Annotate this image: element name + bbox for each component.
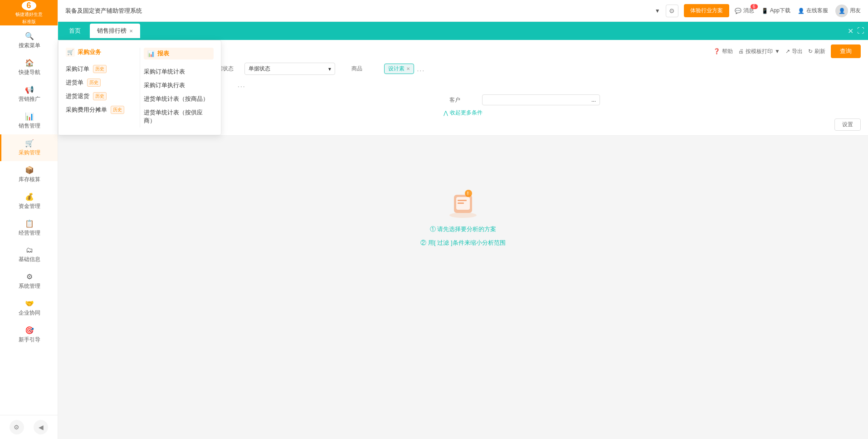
dropdown-item-inbound[interactable]: 进货单 历史 (66, 76, 136, 89)
sidebar-settings-button[interactable]: ⚙ (10, 420, 24, 434)
sidebar-item-search[interactable]: 🔍搜索菜单 (0, 27, 58, 54)
sidebar-item-sales[interactable]: 📊销售管理 (0, 108, 58, 134)
print-dropdown-icon[interactable]: ▼ (775, 48, 780, 54)
dropdown-item-inbound-return[interactable]: 进货退货 历史 (66, 89, 136, 103)
operations-icon: 📋 (25, 219, 34, 228)
user-menu[interactable]: 👤 用友 (835, 5, 861, 17)
sidebar-bottom: ⚙ ◀ (0, 415, 58, 439)
hist-tag-inbound-return: 历史 (93, 92, 107, 100)
hist-tag-purchase-order: 历史 (93, 65, 107, 73)
svg-text:!: ! (467, 191, 468, 196)
purchase-dropdown-menu: 🛒 采购业务 采购订单 历史 进货单 历史 进货退货 历史 采购费用分摊单 历史… (58, 40, 221, 135)
dropdown-item-expense-split[interactable]: 采购费用分摊单 历史 (66, 103, 136, 117)
purchase-col-title: 🛒 采购业务 (66, 48, 136, 57)
collapse-icon: ⋀ (444, 110, 448, 116)
message-badge: 6 (751, 4, 758, 9)
customer-dots[interactable]: ... (591, 97, 596, 103)
query-button[interactable]: 查询 (831, 44, 861, 58)
svg-point-0 (449, 212, 477, 218)
tab-close-page-icon[interactable]: ✕ (848, 27, 853, 35)
help-button[interactable]: ❓ 帮助 (713, 48, 733, 55)
sidebar-item-newbie[interactable]: 🎯新手引导 (0, 321, 58, 348)
logo-text: 畅捷通好生意 (15, 11, 43, 18)
marketing-icon: 📢 (25, 85, 34, 94)
top-header: 装备及固定资产辅助管理系统 ▼ ⚙ 体验行业方案 💬 消息 6 📱 App下载 … (58, 0, 868, 22)
sidebar-item-basic-info[interactable]: 🗂基础信息 (0, 242, 58, 268)
report-col-title: 📊 报表 (144, 48, 214, 59)
empty-line2: ② 用[ 过滤 ]条件来缩小分析范围 (420, 239, 505, 247)
logo-subtext: 标准版 (22, 19, 36, 25)
finance-icon: 💰 (25, 192, 34, 201)
empty-line1: ① 请先选择要分析的方案 (430, 225, 497, 233)
logo-icon: 6 (22, 1, 36, 10)
system-title-dropdown[interactable]: ▼ (655, 8, 660, 14)
customer-filter-area: ... (482, 94, 600, 105)
svg-rect-4 (458, 202, 464, 204)
svg-rect-3 (458, 200, 467, 201)
empty-state: ! ① 请先选择要分析的方案 ② 用[ 过滤 ]条件来缩小分析范围 (58, 136, 868, 295)
sales-icon: 📊 (25, 112, 34, 121)
salesperson-dots[interactable]: ... (238, 81, 246, 89)
tab-bar-right: ✕ ⛶ (848, 27, 864, 35)
customer-select[interactable]: ... (482, 94, 600, 105)
header-settings-button[interactable]: ⚙ (666, 5, 678, 17)
purchase-col: 🛒 采购业务 采购订单 历史 进货单 历史 进货退货 历史 采购费用分摊单 历史 (66, 48, 136, 128)
sidebar-item-enterprise[interactable]: 🤝企业协同 (0, 295, 58, 321)
empty-illustration: ! (445, 183, 481, 220)
messages-button[interactable]: 💬 消息 6 (735, 7, 754, 15)
purchase-icon: 🛒 (25, 139, 34, 148)
refresh-icon: ↻ (808, 48, 813, 54)
collapse-button[interactable]: ⋀ 收起更多条件 (444, 109, 483, 117)
doc-status-select[interactable]: 单据状态 ▾ (244, 63, 335, 75)
salesperson-filter-area: ... (238, 81, 246, 89)
tab-sales-rank[interactable]: 销售排行榜 ✕ (90, 24, 140, 38)
sidebar-item-quick-nav[interactable]: 🏠快捷导航 (0, 54, 58, 81)
phone-icon: 📱 (761, 8, 768, 14)
search-icon: 🔍 (25, 32, 34, 40)
print-button[interactable]: 🖨 按模板打印 ▼ (738, 48, 780, 55)
sidebar-item-system[interactable]: ⚙系统管理 (0, 268, 58, 295)
quick-nav-icon: 🏠 (25, 59, 34, 67)
print-icon: 🖨 (738, 48, 744, 54)
export-icon: ↗ (785, 48, 790, 54)
sidebar-item-inventory[interactable]: 📦库存核算 (0, 161, 58, 188)
menu-divider (140, 48, 140, 128)
sidebar-item-marketing[interactable]: 📢营销推广 (0, 81, 58, 108)
dropdown-item-purchase-order[interactable]: 采购订单 历史 (66, 62, 136, 76)
industry-button[interactable]: 体验行业方案 (684, 4, 729, 17)
online-service-button[interactable]: 👤 在线客服 (798, 7, 828, 15)
message-icon: 💬 (735, 8, 741, 14)
tab-maximize-icon[interactable]: ⛶ (857, 27, 864, 35)
sidebar: 6 畅捷通好生意 标准版 🔍搜索菜单🏠快捷导航📢营销推广📊销售管理🛒采购管理📦库… (0, 0, 58, 439)
sidebar-collapse-button[interactable]: ◀ (34, 420, 48, 434)
dropdown-item-po-exec[interactable]: 采购订单执行表 (144, 79, 214, 92)
service-icon: 👤 (798, 8, 805, 14)
settings-button[interactable]: 设置 (834, 118, 861, 131)
dropdown-item-inbound-by-supplier[interactable]: 进货单统计表（按供应商） (144, 106, 214, 128)
sidebar-item-purchase[interactable]: 🛒采购管理 (0, 134, 58, 161)
goods-dots[interactable]: ... (417, 65, 425, 73)
newbie-icon: 🎯 (25, 326, 34, 335)
goods-filter-area: 设计素 ✕ ... (384, 64, 425, 74)
export-button[interactable]: ↗ 导出 (785, 48, 803, 55)
sidebar-nav: 🔍搜索菜单🏠快捷导航📢营销推广📊销售管理🛒采购管理📦库存核算💰资金管理📋经营管理… (0, 25, 58, 415)
header-right: 💬 消息 6 📱 App下载 👤 在线客服 👤 用友 (735, 5, 861, 17)
sidebar-item-operations[interactable]: 📋经营管理 (0, 215, 58, 242)
tab-home[interactable]: 首页 (62, 24, 88, 38)
dropdown-item-po-stats[interactable]: 采购订单统计表 (144, 65, 214, 79)
refresh-button[interactable]: ↻ 刷新 (808, 48, 825, 55)
report-icon: 📊 (147, 50, 155, 57)
customer-label: 客户 (449, 96, 477, 104)
goods-label: 商品 (351, 65, 379, 73)
report-col: 📊 报表 采购订单统计表 采购订单执行表 进货单统计表（按商品） 进货单统计表（… (144, 48, 214, 128)
tab-bar: 首页 销售排行榜 ✕ ✕ ⛶ (58, 22, 868, 40)
system-icon: ⚙ (26, 272, 33, 281)
avatar: 👤 (835, 5, 848, 17)
dropdown-item-inbound-by-goods[interactable]: 进货单统计表（按商品） (144, 92, 214, 106)
goods-tag-close[interactable]: ✕ (406, 66, 410, 71)
app-download-button[interactable]: 📱 App下载 (761, 7, 790, 15)
tab-close-icon[interactable]: ✕ (129, 29, 133, 34)
sidebar-item-finance[interactable]: 💰资金管理 (0, 188, 58, 215)
goods-tag[interactable]: 设计素 ✕ (384, 64, 414, 74)
chevron-down-icon: ▾ (328, 66, 331, 72)
